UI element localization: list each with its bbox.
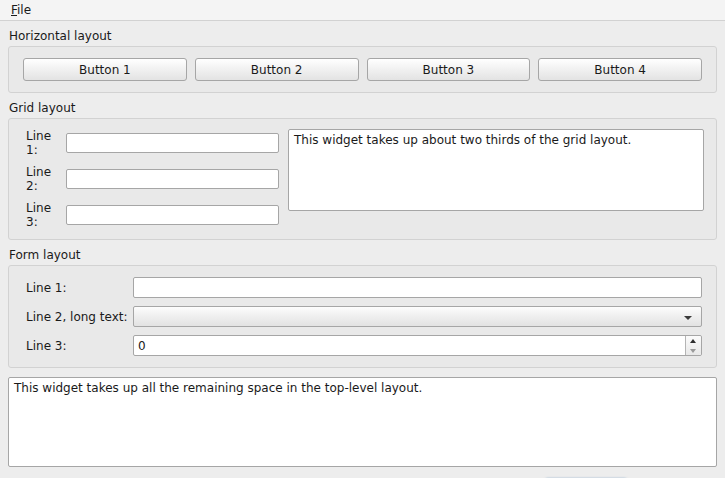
form-line2-combobox[interactable]: [133, 306, 702, 327]
grid-line1-label: Line 1:: [21, 129, 66, 157]
dialog-content: Horizontal layout Button 1 Button 2 Butt…: [0, 29, 725, 467]
groupbox-horizontal-layout: Button 1 Button 2 Button 3 Button 4: [8, 46, 717, 93]
dialog-button-row: OK Cancel: [0, 467, 725, 478]
spinbox-up-button[interactable]: [686, 336, 701, 346]
form-row-1: Line 1:: [26, 277, 702, 298]
groupbox-grid-layout: Line 1: Line 2: Line 3: This widget take…: [8, 118, 717, 240]
form-line3-spinbox: [133, 335, 702, 356]
button-2[interactable]: Button 2: [195, 58, 359, 81]
form-line2-label: Line 2, long text:: [26, 310, 133, 324]
form-row-2: Line 2, long text:: [26, 306, 702, 327]
chevron-down-icon: [684, 316, 692, 320]
button-1[interactable]: Button 1: [23, 58, 187, 81]
arrow-down-icon: [690, 349, 696, 353]
groupbox-form-layout: Line 1: Line 2, long text: Line 3:: [8, 265, 717, 368]
grid-line2-input[interactable]: [66, 169, 279, 189]
button-3[interactable]: Button 3: [367, 58, 531, 81]
groupbox-title-horizontal-layout: Horizontal layout: [9, 29, 717, 43]
menu-item-file[interactable]: File: [4, 0, 38, 20]
grid-line3-label: Line 3:: [21, 201, 66, 229]
bottom-textedit[interactable]: This widget takes up all the remaining s…: [8, 377, 717, 467]
grid-line2-label: Line 2:: [21, 165, 66, 193]
menu-bar: File: [0, 0, 725, 21]
groupbox-title-form-layout: Form layout: [9, 248, 717, 262]
grid-row-2: Line 2:: [21, 165, 279, 193]
grid-line3-input[interactable]: [66, 205, 279, 225]
button-4[interactable]: Button 4: [538, 58, 702, 81]
form-line1-input[interactable]: [133, 277, 702, 298]
form-row-3: Line 3:: [26, 335, 702, 356]
grid-line1-input[interactable]: [66, 133, 279, 153]
spinbox-buttons: [685, 336, 701, 355]
form-line1-label: Line 1:: [26, 281, 133, 295]
grid-row-1: Line 1:: [21, 129, 279, 157]
grid-textedit[interactable]: This widget takes up about two thirds of…: [288, 129, 704, 211]
grid-row-3: Line 3:: [21, 201, 279, 229]
form-line3-label: Line 3:: [26, 339, 133, 353]
arrow-up-icon: [690, 339, 696, 343]
spinbox-down-button[interactable]: [686, 346, 701, 356]
groupbox-title-grid-layout: Grid layout: [9, 101, 717, 115]
form-line3-spinbox-input[interactable]: [133, 335, 702, 356]
